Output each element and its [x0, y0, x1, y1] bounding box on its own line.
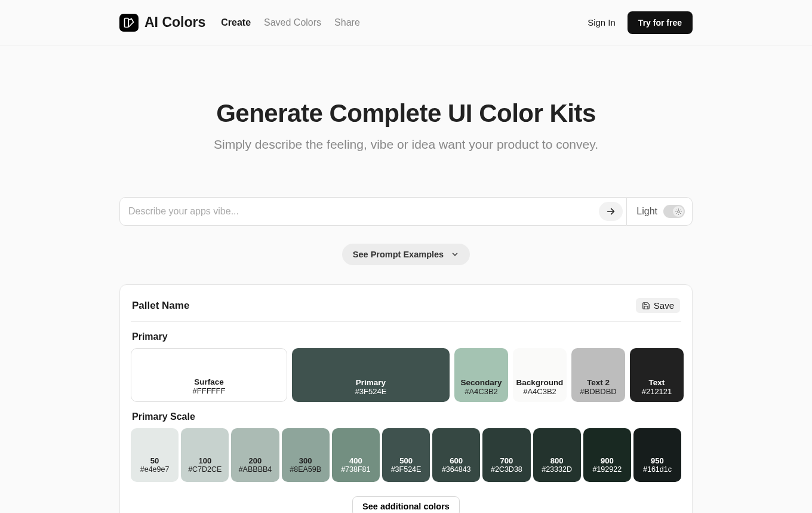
- prompt-row: Light: [119, 197, 693, 226]
- svg-point-2: [677, 210, 679, 213]
- scale-step-label: 900: [601, 456, 614, 465]
- prompt-examples-label: See Prompt Examples: [353, 250, 444, 259]
- logo-icon: [119, 14, 139, 32]
- hero-title: Generate Complete UI Color Kits: [119, 99, 693, 128]
- swatch-primary[interactable]: Primary#3F524E: [292, 348, 450, 402]
- theme-toggle[interactable]: Light: [627, 197, 693, 226]
- card-header: Pallet Name Save: [131, 298, 681, 322]
- swatch-label: Surface: [194, 377, 224, 386]
- svg-rect-0: [125, 18, 129, 27]
- swatch-hex: #212121: [642, 387, 672, 396]
- scale-hex: #e4e9e7: [140, 465, 170, 474]
- scale-step-400[interactable]: 400#738F81: [332, 428, 380, 482]
- logo[interactable]: AI Colors: [119, 14, 205, 32]
- swatch-surface[interactable]: Surface#FFFFFF: [131, 348, 287, 402]
- save-button[interactable]: Save: [636, 298, 680, 313]
- scale-step-300[interactable]: 300#8EA59B: [282, 428, 330, 482]
- swatch-label: Primary: [356, 378, 386, 387]
- prompt-input[interactable]: [128, 206, 599, 217]
- swatch-hex: #BDBDBD: [580, 387, 616, 396]
- svg-line-9: [676, 213, 676, 214]
- scale-step-label: 600: [450, 456, 463, 465]
- nav-share[interactable]: Share: [334, 17, 360, 28]
- signin-link[interactable]: Sign In: [588, 17, 616, 27]
- swatch-text-2[interactable]: Text 2#BDBDBD: [571, 348, 625, 402]
- scale-hex: #2C3D38: [491, 465, 522, 474]
- svg-line-8: [680, 213, 681, 214]
- scale-hex: #23332D: [542, 465, 572, 474]
- toggle-knob: [673, 206, 684, 217]
- sun-icon: [675, 208, 682, 215]
- scale-step-label: 950: [651, 456, 664, 465]
- save-label: Save: [654, 300, 674, 311]
- primary-swatch-row: Surface#FFFFFFPrimary#3F524ESecondary#A4…: [131, 348, 681, 402]
- swatch-text[interactable]: Text#212121: [630, 348, 684, 402]
- arrow-right-icon: [606, 207, 616, 216]
- swatch-label: Text: [649, 378, 665, 387]
- nav-saved[interactable]: Saved Colors: [264, 17, 321, 28]
- primary-section-label: Primary: [132, 331, 681, 342]
- swatch-hex: #A4C3B2: [523, 387, 556, 396]
- scale-hex: #8EA59B: [290, 465, 321, 474]
- scale-step-label: 400: [349, 456, 362, 465]
- palette-card: Pallet Name Save Primary Surface#FFFFFFP…: [119, 284, 693, 513]
- see-additional-button[interactable]: See additional colors: [352, 496, 460, 513]
- save-icon: [642, 302, 650, 310]
- scale-row: 50#e4e9e7100#C7D2CE200#ABBBB4300#8EA59B4…: [131, 428, 681, 482]
- scale-step-label: 300: [299, 456, 312, 465]
- prompt-input-wrap: [119, 197, 627, 226]
- scale-step-700[interactable]: 700#2C3D38: [482, 428, 530, 482]
- swatch-label: Text 2: [587, 378, 610, 387]
- scale-step-800[interactable]: 800#23332D: [533, 428, 581, 482]
- svg-line-7: [676, 209, 676, 210]
- theme-label: Light: [636, 206, 657, 217]
- swatch-label: Secondary: [460, 378, 502, 387]
- scale-hex: #738F81: [341, 465, 370, 474]
- scale-step-label: 200: [249, 456, 262, 465]
- nav-create[interactable]: Create: [221, 17, 251, 28]
- brand-name: AI Colors: [144, 14, 205, 30]
- scale-hex: #C7D2CE: [188, 465, 222, 474]
- scale-hex: #192922: [592, 465, 622, 474]
- scale-hex: #ABBBB4: [239, 465, 272, 474]
- scale-step-label: 700: [500, 456, 513, 465]
- svg-line-10: [680, 209, 681, 210]
- scale-hex: #3F524E: [391, 465, 422, 474]
- header: AI Colors Create Saved Colors Share Sign…: [0, 0, 812, 45]
- swatch-hex: #A4C3B2: [465, 387, 498, 396]
- scale-step-950[interactable]: 950#161d1c: [633, 428, 681, 482]
- chevron-down-icon: [451, 250, 459, 259]
- prompt-examples-button[interactable]: See Prompt Examples: [342, 244, 470, 265]
- scale-hex: #161d1c: [643, 465, 672, 474]
- header-right: Sign In Try for free: [588, 11, 693, 34]
- hero: Generate Complete UI Color Kits Simply d…: [119, 99, 693, 152]
- scale-step-label: 800: [550, 456, 564, 465]
- palette-name[interactable]: Pallet Name: [132, 300, 189, 312]
- scale-step-label: 100: [198, 456, 211, 465]
- swatch-icon: [123, 17, 135, 29]
- main: Generate Complete UI Color Kits Simply d…: [119, 45, 693, 513]
- scale-step-50[interactable]: 50#e4e9e7: [131, 428, 179, 482]
- scale-step-500[interactable]: 500#3F524E: [382, 428, 430, 482]
- swatch-hex: #FFFFFF: [193, 386, 226, 395]
- try-free-button[interactable]: Try for free: [628, 11, 693, 34]
- toggle-track: [663, 205, 685, 218]
- scale-step-600[interactable]: 600#364843: [432, 428, 480, 482]
- scale-step-900[interactable]: 900#192922: [583, 428, 631, 482]
- nav: Create Saved Colors Share: [221, 17, 360, 28]
- swatch-hex: #3F524E: [355, 387, 387, 396]
- swatch-label: Background: [516, 378, 564, 387]
- scale-hex: #364843: [442, 465, 471, 474]
- scale-section-label: Primary Scale: [132, 411, 681, 422]
- scale-step-label: 50: [150, 456, 159, 465]
- hero-subtitle: Simply describe the feeling, vibe or ide…: [119, 137, 693, 152]
- swatch-background[interactable]: Background#A4C3B2: [513, 348, 567, 402]
- scale-step-label: 500: [399, 456, 413, 465]
- swatch-secondary[interactable]: Secondary#A4C3B2: [454, 348, 508, 402]
- submit-button[interactable]: [599, 202, 623, 221]
- scale-step-200[interactable]: 200#ABBBB4: [231, 428, 279, 482]
- scale-step-100[interactable]: 100#C7D2CE: [181, 428, 229, 482]
